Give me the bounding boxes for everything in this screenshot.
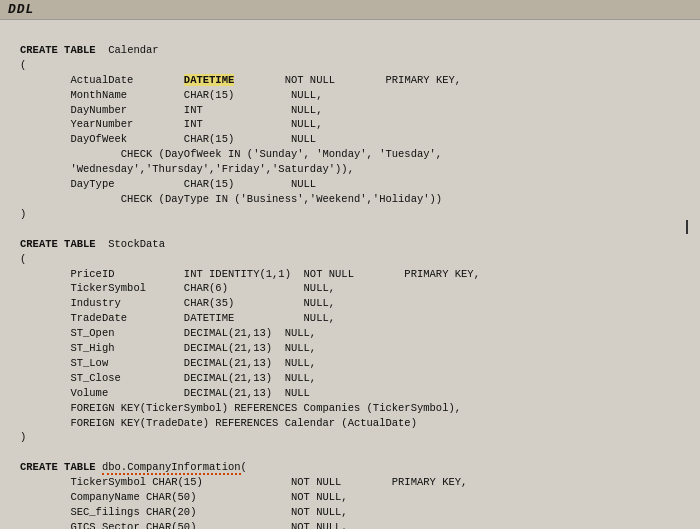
title-text: DDL [8,2,34,17]
calendar-field-dayofweek: DayOfWeek CHAR(15) NULL [20,133,316,145]
companyinfo-create: CREATE TABLE dbo.CompanyInformation( [20,461,247,475]
calendar-create: CREATE TABLE Calendar [20,44,159,56]
stockdata-field-sthigh: ST_High DECIMAL(21,13) NULL, [20,342,316,354]
companyinfo-field-secfilings: SEC_filings CHAR(20) NOT NULL, [20,506,348,518]
stockdata-field-industry: Industry CHAR(35) NULL, [20,297,335,309]
calendar-field-actualdate: ActualDate DATETIME NOT NULL PRIMARY KEY… [20,74,461,86]
code-content[interactable]: CREATE TABLE Calendar ( ActualDate DATET… [0,20,700,529]
calendar-open: ( [20,59,26,71]
stockdata-close: ) [20,431,26,443]
stockdata-field-volume: Volume DECIMAL(21,13) NULL [20,387,310,399]
code-display: CREATE TABLE Calendar ( ActualDate DATET… [20,28,680,529]
stockdata-field-stopen: ST_Open DECIMAL(21,13) NULL, [20,327,316,339]
stockdata-field-stclose: ST_Close DECIMAL(21,13) NULL, [20,372,316,384]
stockdata-field-tradedate: TradeDate DATETIME NULL, [20,312,335,324]
stockdata-field-stlow: ST_Low DECIMAL(21,13) NULL, [20,357,316,369]
stockdata-field-ticker: TickerSymbol CHAR(6) NULL, [20,282,335,294]
stockdata-fk2: FOREIGN KEY(TradeDate) REFERENCES Calend… [20,417,417,429]
calendar-field-monthname: MonthName CHAR(15) NULL, [20,89,322,101]
stockdata-fk1: FOREIGN KEY(TickerSymbol) REFERENCES Com… [20,402,461,414]
cursor [686,220,688,234]
calendar-field-yearnumber: YearNumber INT NULL, [20,118,322,130]
title-bar: DDL [0,0,700,20]
stockdata-field-priceid: PriceID INT IDENTITY(1,1) NOT NULL PRIMA… [20,268,480,280]
stockdata-create: CREATE TABLE StockData [20,238,165,250]
calendar-check2: CHECK (DayType IN ('Business','Weekend',… [20,193,442,205]
calendar-field-daytype: DayType CHAR(15) NULL [20,178,316,190]
calendar-close: ) [20,208,26,220]
calendar-check1b: 'Wednesday','Thursday','Friday','Saturda… [20,163,354,175]
main-screen: DDL CREATE TABLE Calendar ( ActualDate D… [0,0,700,529]
calendar-check1: CHECK (DayOfWeek IN ('Sunday', 'Monday',… [20,148,442,160]
companyinfo-field-ticker: TickerSymbol CHAR(15) NOT NULL PRIMARY K… [20,476,467,488]
companyinfo-field-gics: GICS_Sector CHAR(50) NOT NULL, [20,521,348,529]
stockdata-open: ( [20,253,26,265]
companyinfo-field-companyname: CompanyName CHAR(50) NOT NULL, [20,491,348,503]
calendar-field-daynumber: DayNumber INT NULL, [20,104,322,116]
